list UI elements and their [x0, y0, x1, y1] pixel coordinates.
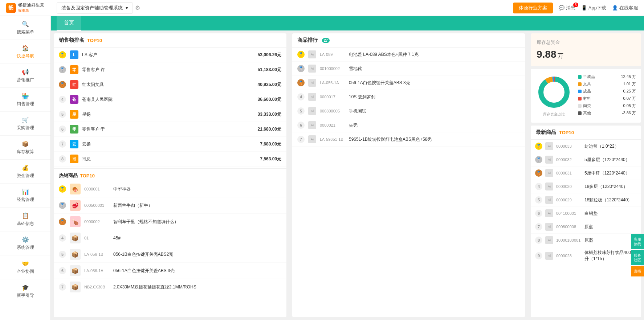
prod-rank-3[interactable]: 🥉 Ai LA-056-1A 056-1A白色按键开关盖ABS 3壳 — [292, 76, 525, 90]
new-product-2[interactable]: 🥈 Ai 0000032 5厘多层（1220*2440） — [531, 153, 641, 167]
rank-num-2: 🥈 — [59, 66, 66, 73]
new-prod-img-5: Ai — [545, 196, 553, 204]
sidebar-label-company: 企业协同 — [17, 268, 34, 275]
rank-num-5: 5 — [59, 111, 66, 118]
sidebar-label-sales: 销售管理 — [17, 101, 34, 107]
hot-products-top10: TOP10 — [80, 173, 95, 179]
product-ranking-header: 商品排行 27 — [292, 33, 525, 48]
customer-avatar-6: 零 — [70, 125, 78, 134]
sidebar-item-purchase[interactable]: 🛒 采购管理 — [0, 112, 50, 136]
new-product-6[interactable]: 6 Ai 004100001 白钢垫 — [531, 207, 641, 220]
product-rank-4: 4 — [59, 234, 66, 242]
sidebar-item-marketing[interactable]: 📢 营销推广 — [0, 64, 50, 88]
new-product-4[interactable]: 4 Ai 0000030 18多层（1220*2440） — [531, 180, 641, 193]
inventory-icon: 📦 — [22, 140, 29, 147]
customer-value-4: 36,600.00元 — [258, 97, 281, 103]
float-btn-live[interactable]: 直播 — [631, 266, 644, 276]
legend-dot-6 — [578, 111, 582, 115]
new-products-header: 最新商品 TOP10 — [531, 126, 641, 140]
product-img-2: 🥩 — [70, 200, 81, 211]
customer-rank-3[interactable]: 🥉 红 红太阳文具 40,925.00元 — [54, 77, 286, 92]
customer-rank-1[interactable]: 🥇 L LS 客户 53,006.26元 — [54, 48, 286, 62]
app-download-btn[interactable]: 📱 App下载 — [581, 5, 606, 11]
customer-rank-5[interactable]: 5 星 星扬 33,333.00元 — [54, 107, 286, 122]
new-product-5[interactable]: 5 Ai 0000029 18颗粒板（1220*2440） — [531, 193, 641, 207]
prod-rank-5[interactable]: 5 Ai 000800005 手机测试 — [292, 104, 525, 118]
system-selector[interactable]: 装备及固定资产辅助管理系统 ▾ — [57, 2, 133, 14]
float-btn-community[interactable]: 服务社区 — [631, 250, 644, 265]
logo-area: 畅 畅捷通好生意 标准版 — [6, 3, 57, 13]
product-code-5: LA-056-1B — [84, 252, 110, 257]
guide-icon: 🎓 — [22, 284, 29, 291]
customer-rank-4[interactable]: 4 苍 苍南县人民医院 36,600.00元 — [54, 92, 286, 107]
tab-home[interactable]: 首页 — [57, 16, 81, 30]
customer-rank-2[interactable]: 🥈 零 零售客户·许 51,183.00元 — [54, 62, 286, 77]
new-prod-rank-5: 5 — [535, 196, 542, 204]
logo-icon: 畅 — [6, 3, 16, 13]
customer-name-4: 苍南县人民医院 — [82, 97, 254, 103]
prod-rank-1[interactable]: 🥇 Ai LA-089 电池盖 LA-089 ABS本色+黑种 7.1克 — [292, 48, 525, 62]
messages-btn[interactable]: 💬 消息 6 — [559, 5, 575, 11]
prod-rank-num-1: 🥇 — [297, 51, 305, 58]
svg-point-1 — [541, 79, 567, 105]
sidebar-item-guide[interactable]: 🎓 新手引导 — [0, 279, 50, 303]
online-service-btn[interactable]: 👤 在线客服 — [612, 5, 638, 11]
sidebar-item-system[interactable]: ⚙️ 系统管理 — [0, 231, 50, 255]
prod-rank-2[interactable]: 🥈 Ai 001000002 雪地靴 — [292, 62, 525, 76]
new-product-3[interactable]: 🥉 Ai 0000031 5厘中纤（1220*2440） — [531, 167, 641, 180]
legend-val-6: -3.86 万 — [622, 110, 636, 116]
customer-rank-7[interactable]: 7 云 云扬 7,680.00元 — [54, 137, 286, 152]
legend-name-5: 肉类 — [583, 103, 591, 108]
new-prod-name-3: 5厘中纤（1220*2440） — [584, 170, 637, 176]
prod-code-5: 000800005 — [320, 109, 345, 113]
new-prod-name-7: 原盔 — [584, 224, 637, 230]
customer-ranking-panel: 销售额排名 TOP10 🥇 L LS 客户 53,006.26元 🥈 零 — [54, 33, 286, 317]
new-prod-img-9: Ai — [545, 252, 553, 260]
new-product-8[interactable]: 8 Ai 10000100001 原盔 — [531, 234, 641, 247]
prod-rank-num-5: 5 — [297, 107, 305, 115]
legend-val-2: 1.01 万 — [623, 81, 636, 87]
product-code-4: 01 — [84, 236, 110, 240]
main-content: 销售额排名 TOP10 🥇 L LS 客户 53,006.26元 🥈 零 — [51, 30, 644, 320]
chevron-down-icon: ▾ — [126, 5, 128, 11]
sidebar-item-sales[interactable]: 🏪 销售管理 — [0, 88, 50, 112]
legend-dot-4 — [578, 97, 582, 100]
new-product-9[interactable]: 9 Ai 0000028 体械荔枝味苏打饮品400毫升（1*15） — [531, 247, 641, 263]
customer-rank-6[interactable]: 6 零 零售客户·于 21,680.00元 — [54, 122, 286, 137]
sidebar-item-company[interactable]: 🤝 企业协同 — [0, 255, 50, 279]
prod-rank-7[interactable]: 7 Ai LA-59651-1B 59651-1B旋转投影灯电池盒ABS黑色+5… — [292, 132, 525, 147]
sidebar-item-search[interactable]: 🔍 搜索菜单 — [0, 16, 50, 40]
float-btn-service[interactable]: 客服热线 — [631, 234, 644, 249]
sidebar-item-inventory[interactable]: 📦 库存核算 — [0, 136, 50, 160]
legend-item-5: 肉类 -0.05 万 — [578, 103, 636, 108]
sidebar-item-quick-nav[interactable]: 🏠 快捷导航 — [0, 40, 50, 64]
legend-name-1: 半成品 — [583, 74, 595, 79]
new-product-1[interactable]: 🥇 Ai 0000033 封边带（1.0*22） — [531, 140, 641, 153]
gear-icon[interactable]: ⚙ — [135, 4, 140, 11]
customer-avatar-8: 肖 — [70, 155, 78, 163]
product-item-6[interactable]: 6 📦 LA-056-1A 056-1A白色按键开关盖ABS 3壳 — [54, 263, 286, 279]
sidebar-item-finance[interactable]: 💰 资金管理 — [0, 160, 50, 184]
product-item-1[interactable]: 🥇 🍖 0000001 中华神器 — [54, 181, 286, 197]
new-prod-img-4: Ai — [545, 182, 553, 190]
product-name-2: 新西兰牛肉（新牛） — [113, 202, 281, 209]
product-item-5[interactable]: 5 📦 LA-056-1B 056-1B白色按键开关壳ABS2壳 — [54, 246, 286, 263]
customer-rank-8[interactable]: 8 肖 肖总 7,563.00元 — [54, 152, 286, 167]
product-item-4[interactable]: 4 📦 01 45# — [54, 230, 286, 246]
product-item-2[interactable]: 🥈 🥩 000500001 新西兰牛肉（新牛） — [54, 197, 286, 214]
rank-num-4: 4 — [59, 96, 66, 103]
customer-value-6: 21,680.00元 — [258, 126, 281, 132]
new-product-7[interactable]: 7 Ai 000800008 原盔 — [531, 220, 641, 234]
product-item-8[interactable]: 8 📦 0000011 12070519-xs — [54, 295, 286, 297]
sidebar-item-basic[interactable]: 📋 基础信息 — [0, 208, 50, 231]
prod-rank-4[interactable]: 4 Ai 0000017 10S 变刹罗刹 — [292, 90, 525, 104]
product-item-3[interactable]: 🥉 🍗 0000002 智利车子里（规格不知道填什么） — [54, 214, 286, 230]
new-products-panel: 最新商品 TOP10 🥇 Ai 0000033 封边带（1.0*22） 🥈 Ai — [531, 126, 641, 317]
prod-rank-6[interactable]: 6 Ai 0000021 夹壳 — [292, 118, 525, 132]
product-item-7[interactable]: 7 📦 NB2.0X30B 2.0X30MM双搓花轴搓花直径2.1MM/ROHS — [54, 279, 286, 295]
sidebar-item-operation[interactable]: 📊 经营管理 — [0, 184, 50, 208]
messages-badge: 6 — [573, 3, 578, 7]
product-rank-1: 🥇 — [59, 185, 66, 193]
rank-num-6: 6 — [59, 126, 66, 133]
trial-button[interactable]: 体验行业方案 — [513, 3, 553, 13]
